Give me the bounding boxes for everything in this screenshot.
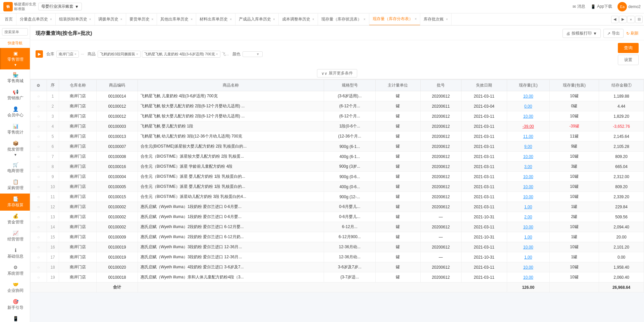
user-area[interactable]: Ea demo2 [618,2,641,11]
sidebar-item-retail-mgmt[interactable]: ▣ 零售管理 ▼ [0,48,30,69]
row-current-main[interactable]: 10.00 [507,172,549,182]
row-spec: 3-6岁及7岁... [324,262,375,272]
export-btn[interactable]: ↗ 导出 [603,29,624,38]
tab-close-all-btn[interactable]: × [627,16,635,23]
color-dropdown[interactable]: ▼ [243,51,263,57]
tab-material-out[interactable]: 材料出库单历史 × [196,13,235,25]
store-selector[interactable]: 母婴行业演示账套 ▼ [38,3,82,10]
sidebar-item-retail-shop[interactable]: 🏪 零售商城 [0,69,30,87]
tab-requisition[interactable]: 要货单历史 × [126,13,157,25]
tab-close-inv-dist[interactable]: × [415,17,417,21]
sidebar-item-corp-collab[interactable]: 🤝 企业协同 [0,279,30,296]
sidebar-item-wholesale[interactable]: 📦 批发管理 ▼ [0,138,30,159]
tab-home[interactable]: 首页 [1,13,16,25]
row-current-main[interactable]: 0.00 [507,101,549,111]
product-more[interactable]: 飞... [222,51,229,57]
tab-disassemble[interactable]: 组装拆卸单历史 × [56,13,95,25]
row-current-pkg: 1罐 [549,232,599,242]
message-action[interactable]: ✉ 消息 [573,4,585,9]
row-name: 惠氏启赋（Wyeth illuma）4段奶粉 爱尔兰进口 3-6岁及7... [138,262,324,272]
tab-close-product-in[interactable]: × [273,17,275,21]
print-btn[interactable]: 🖨 按模板打印 ▼ [562,29,601,38]
row-current-main[interactable]: 10.00 [507,111,549,121]
tab-cost-adjust[interactable]: 成本调整单历史 × [279,13,318,25]
row-current-main[interactable]: 11.00 [507,131,549,142]
row-current-main[interactable]: 10.00 [507,272,549,282]
app-download-action[interactable]: 📱 App下载 [591,4,612,9]
refresh-btn[interactable]: ↻ 刷新 [626,31,639,36]
row-balance: 4.44 [599,101,644,111]
row-current-main[interactable]: 10.00 [507,242,549,252]
tab-product-in[interactable]: 产成品入库单历史 × [235,13,279,25]
th-settings[interactable]: ⚙ [31,80,47,91]
sidebar-item-member[interactable]: 👤 会员中心 [0,104,30,121]
tab-close-inv-status[interactable]: × [364,17,366,21]
settings-btn[interactable]: 设置 [618,55,639,65]
row-current-main[interactable]: 10.00 [507,182,549,192]
sidebar-item-basic-info[interactable]: ℹ 基础信息 [0,245,30,262]
sidebar-item-label: 会员中心 [7,112,23,118]
tab-close-material-out[interactable]: × [230,17,232,21]
sidebar-item-marketing[interactable]: 📢 营销推广 [0,87,30,104]
row-expiry: 2021-03-11 [461,222,507,232]
row-current-main[interactable]: 10.00 [507,262,549,272]
expand-conditions-btn[interactable]: ∨∨ 展开更多条件 [317,69,357,77]
tab-close-split[interactable]: × [50,17,52,21]
product-tag-1-close[interactable]: × [136,52,138,56]
sidebar-item-retail-stats[interactable]: 📊 零售统计 [0,121,30,138]
sidebar-item-new-guide[interactable]: 🎯 新手引导 [0,296,30,313]
table-footer-row: 合计 126.00 26,968.64 [31,282,644,292]
row-spec: 6-12月... [324,222,375,232]
tab-next-btn[interactable]: ▶ [619,16,627,23]
row-col-icon: ○ [31,101,47,111]
tab-close-cost[interactable]: × [312,17,314,21]
warehouse-more[interactable]: ··· [81,52,84,56]
row-current-main[interactable]: 3.00 [507,162,549,172]
row-current-main[interactable]: 1.00 [507,202,549,212]
inventory-table: ⚙ 序 仓库名称 商品编码 商品名称 规格型号 主计量单位 批号 失效日期 现存… [30,79,644,292]
sidebar-item-ecommerce[interactable]: 🛒 电商管理 [0,159,30,176]
sidebar-item-biz-mgmt[interactable]: 📈 经营管理 [0,228,30,245]
row-current-main[interactable]: 9.00 [507,142,549,152]
tab-batch-account[interactable]: 库存批次账 × [420,13,451,25]
finance-icon: 💰 [13,213,18,219]
row-current-main[interactable]: 1.00 [507,252,549,262]
row-current-main[interactable]: -39.00 [507,121,549,131]
warehouse-tag-close[interactable]: × [74,52,76,56]
filter-toggle-btn[interactable]: ▶ [36,50,43,58]
tab-prev-btn[interactable]: ◀ [611,16,619,23]
tab-close-allocation[interactable]: × [120,17,122,21]
row-current-main[interactable]: 10.00 [507,222,549,232]
tab-allocation[interactable]: 调拨单历史 × [95,13,126,25]
row-current-main[interactable]: 2.00 [507,212,549,222]
query-btn[interactable]: 查询 [618,43,639,53]
tab-split-history[interactable]: 分量盘点单历史 × [16,13,56,25]
sidebar-quick-nav[interactable]: 快捷导航 [0,39,30,48]
tab-inventory-dist[interactable]: 现存量（库存分布表） × [369,13,421,25]
row-code: 00100016 [97,162,138,172]
tab-other-out[interactable]: 其他出库单历史 × [157,13,196,25]
sidebar-item-app-center[interactable]: 📱 应用中心 [0,313,30,322]
tab-inventory-status[interactable]: 现存量（库存状况表） × [318,13,369,25]
tab-menu-btn[interactable]: ⊟ [635,16,643,23]
row-expiry: 2021-03-11 [461,262,507,272]
tab-close-batch[interactable]: × [446,17,448,21]
sidebar-item-label: 零售商城 [7,78,23,84]
row-col-icon: ○ [31,202,47,212]
sidebar-item-finance[interactable]: 💰 资金管理 [0,211,30,228]
row-current-main[interactable]: 10.00 [507,91,549,101]
tab-close-disassemble[interactable]: × [89,17,91,21]
row-warehouse: 南岸门店 [59,252,97,262]
tab-close-requisition[interactable]: × [152,17,154,21]
sidebar-item-inventory[interactable]: 📑 库存核算 [0,194,30,211]
sidebar-item-label: 经营管理 [7,236,23,242]
row-current-main[interactable]: 1.00 [507,232,549,242]
row-current-main[interactable]: 10.00 [507,192,549,202]
sidebar-item-system[interactable]: ⚙ 系统管理 [0,262,30,279]
search-input[interactable] [2,28,28,36]
sidebar-item-purchase[interactable]: 📋 采购管理 [0,176,30,194]
row-name: 飞鹤星飞帆 较大婴儿配方奶粉 2段(6-12个月婴幼儿适用) ... [138,101,324,111]
product-tag-2-close[interactable]: × [216,52,218,56]
row-current-main[interactable]: 10.00 [507,152,549,162]
tab-close-other-out[interactable]: × [191,17,193,21]
